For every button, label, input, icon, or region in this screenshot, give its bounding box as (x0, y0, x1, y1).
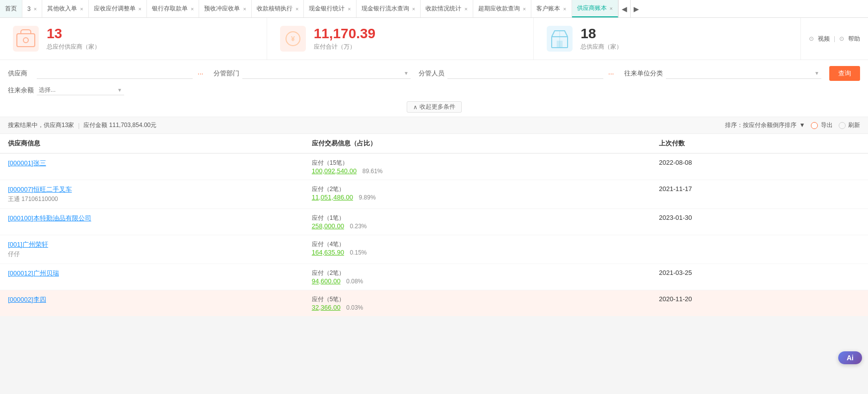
person-filter-input[interactable] (447, 68, 603, 79)
balance-dropdown-icon[interactable]: ▼ (115, 87, 124, 93)
nav-tab-cash-bank-flow[interactable]: 现金银行流水查询 × (357, 0, 421, 17)
payable-label-1: 应付（2笔） (312, 185, 643, 194)
result-bar: 搜索结果中，供应商13家 | 应付金额 111,703,854.00元 排序：按… (0, 117, 868, 134)
card1-label: 总应付供应商（家） (47, 43, 100, 51)
payable-amount-0[interactable]: 100,092,540.00 (312, 167, 357, 175)
balance-filter-label: 往来余额 (8, 86, 34, 95)
close-tab-supplier-ledger[interactable]: × (610, 5, 613, 11)
supplier-link-2[interactable]: [000100]本特勤油品有限公司 (8, 214, 91, 222)
supplier-sub-3: 仔仔 (8, 250, 296, 259)
supplier-filter-input[interactable] (37, 68, 193, 79)
main-table-container: 供应商信息 应付交易信息（占比） 上次付数 [000001]张三 应付（15笔）… (0, 134, 868, 317)
payable-percent-1: 9.89% (359, 194, 376, 201)
nav-tab-customer-ledger[interactable]: 客户账本 × (531, 0, 572, 17)
payable-cell-5: 应付（5笔） 32,366.00 0.03% (304, 290, 651, 317)
dept-dropdown-icon[interactable]: ▼ (402, 70, 411, 76)
nav-tab-supplier-ledger[interactable]: 供应商账本 × (572, 0, 618, 17)
nav-tab-other-income[interactable]: 其他收入单 × (42, 0, 88, 17)
collapse-button[interactable]: ∧ 收起更多条件 (407, 101, 462, 113)
close-tab-prepay-ar[interactable]: × (243, 6, 246, 12)
payable-amount-3[interactable]: 164,635.90 (312, 249, 344, 256)
category-dropdown-icon[interactable]: ▼ (812, 70, 821, 76)
category-filter-input[interactable] (666, 68, 813, 78)
filter-person: 分管人员 ··· (419, 68, 616, 79)
nav-tab-home[interactable]: 首页 (0, 0, 22, 17)
supplier-link-4[interactable]: [000012]广州贝瑞 (8, 269, 59, 277)
table-row: [000007]恒旺二手叉车 王通 17106110000 应付（2笔） 11,… (0, 180, 868, 209)
card2-content: 11,170.39 应付合计（万） (314, 26, 376, 52)
nav-tab-collection-verify[interactable]: 收款核销执行 × (252, 0, 304, 17)
close-tab-collection-verify[interactable]: × (295, 6, 298, 12)
supplier-link-3[interactable]: [001]广州荣轩 (8, 241, 48, 248)
supplier-filter-dots[interactable]: ··· (196, 69, 206, 77)
supplier-link-5[interactable]: [000002]李四 (8, 296, 46, 303)
nav-next-button[interactable]: ▶ (630, 0, 642, 17)
card2-value: 11,170.39 (314, 26, 376, 42)
export-button[interactable]: 导出 (811, 121, 832, 130)
card3-content: 18 总供应商（家） (580, 26, 622, 52)
refresh-button[interactable]: 刷新 (839, 121, 860, 130)
category-filter-label: 往来单位分类 (624, 69, 663, 78)
supplier-icon (12, 25, 40, 53)
close-tab-bank-deposit[interactable]: × (191, 6, 194, 12)
top-right-links: ⊙ 视频 | ⊙ 帮助 (801, 18, 868, 60)
payable-label-4: 应付（2笔） (312, 269, 643, 277)
video-link[interactable]: 视频 (818, 35, 830, 43)
payable-amount-5[interactable]: 32,366.00 (312, 304, 341, 311)
last-payment-cell-4: 2021-03-25 (651, 264, 868, 290)
payable-label-0: 应付（15笔） (312, 159, 643, 167)
close-tab-3[interactable]: × (34, 6, 37, 12)
supplier-cell-2: [000100]本特勤油品有限公司 (0, 209, 304, 235)
close-tab-cash-bank-stat[interactable]: × (348, 6, 351, 12)
supplier-link-1[interactable]: [000007]恒旺二手叉车 (8, 186, 72, 193)
collapse-bar: ∧ 收起更多条件 (8, 99, 860, 113)
filter-row-1: 供应商 ··· 分管部门 ▼ 分管人员 ··· 往来单位分类 ▼ 查询 (8, 66, 860, 81)
nav-tab-prepay-ar[interactable]: 预收冲应收单 × (199, 0, 251, 17)
nav-tab-overdue-ar[interactable]: 超期应收款查询 × (473, 0, 531, 17)
close-tab-cash-bank-flow[interactable]: × (412, 6, 415, 12)
payable-cell-2: 应付（1笔） 258,000.00 0.23% (304, 209, 651, 235)
balance-filter-wrapper: ▼ (37, 85, 124, 95)
store-icon (546, 25, 574, 53)
nav-tab-collection-stat[interactable]: 收款情况统计 × (421, 0, 473, 17)
payable-amount-4[interactable]: 94,600.00 (312, 277, 341, 285)
query-button[interactable]: 查询 (829, 66, 860, 81)
supplier-link-0[interactable]: [000001]张三 (8, 159, 46, 167)
close-tab-overdue-ar[interactable]: × (523, 6, 526, 12)
dept-filter-label: 分管部门 (214, 69, 239, 78)
supplier-sub-1: 王通 17106110000 (8, 195, 296, 203)
close-tab-customer-ledger[interactable]: × (563, 6, 566, 12)
summary-bar: 13 总应付供应商（家） ¥ 11,170.39 应付合计（万） (0, 18, 868, 60)
sort-label[interactable]: 排序：按应付余额倒序排序 ▼ (725, 121, 805, 130)
nav-tab-3[interactable]: 3 × (22, 0, 42, 17)
close-tab-other-income[interactable]: × (80, 6, 83, 12)
nav-tab-cash-bank-stat[interactable]: 现金银行统计 × (304, 0, 356, 17)
top-navigation: 首页 3 × 其他收入单 × 应收应付调整单 × 银行存取款单 × 预收冲应收单… (0, 0, 868, 18)
balance-filter-input[interactable] (37, 85, 115, 95)
summary-card-payable: ¥ 11,170.39 应付合计（万） (267, 18, 534, 60)
summary-card-total-suppliers: 18 总供应商（家） (534, 18, 801, 60)
export-icon (811, 122, 818, 129)
result-bar-left: 搜索结果中，供应商13家 | 应付金额 111,703,854.00元 (8, 121, 156, 130)
nav-tab-bank-deposit[interactable]: 银行存取款单 × (147, 0, 199, 17)
payable-label-3: 应付（4笔） (312, 240, 643, 249)
table-row: [000100]本特勤油品有限公司 应付（1笔） 258,000.00 0.23… (0, 209, 868, 235)
dept-filter-input[interactable] (242, 68, 402, 78)
close-tab-ar-ap-adjust[interactable]: × (139, 6, 142, 12)
payable-amount-2[interactable]: 258,000.00 (312, 222, 344, 230)
payable-percent-3: 0.15% (350, 249, 367, 256)
nav-prev-button[interactable]: ◀ (618, 0, 630, 17)
close-tab-collection-stat[interactable]: × (464, 6, 467, 12)
collapse-label: 收起更多条件 (420, 103, 455, 111)
filter-balance: 往来余额 ▼ (8, 85, 117, 95)
payable-cell-4: 应付（2笔） 94,600.00 0.08% (304, 264, 651, 290)
last-payment-cell-1: 2021-11-17 (651, 180, 868, 209)
person-filter-dots[interactable]: ··· (606, 69, 616, 77)
payable-amount-1[interactable]: 11,051,486.00 (312, 194, 353, 201)
card1-content: 13 总应付供应商（家） (47, 26, 100, 52)
help-link[interactable]: 帮助 (848, 35, 860, 43)
summary-card-suppliers: 13 总应付供应商（家） (0, 18, 267, 60)
result-text1: 搜索结果中，供应商13家 (8, 121, 74, 130)
card1-value: 13 (47, 26, 100, 42)
nav-tab-ar-ap-adjust[interactable]: 应收应付调整单 × (89, 0, 147, 17)
